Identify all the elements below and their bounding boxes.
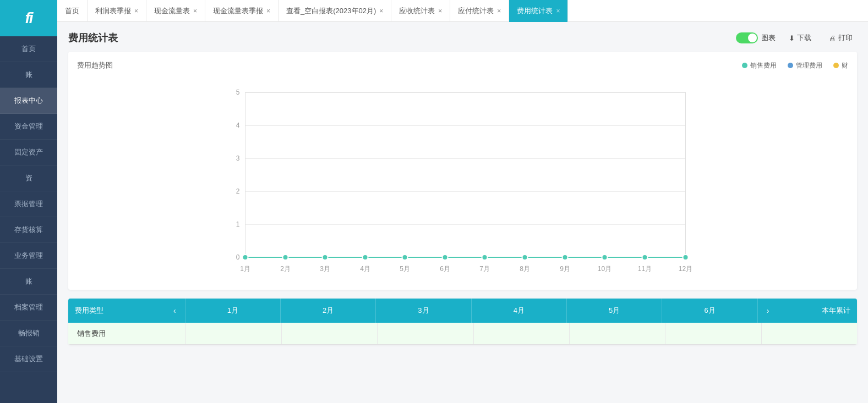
td-m4: [474, 323, 570, 344]
header-actions: 图表 ⬇ 下载 🖨 打印: [736, 31, 857, 45]
th-type-label: 费用类型: [75, 306, 103, 316]
tab-cashflow-q-label: 现金流量表季报: [213, 6, 263, 16]
svg-point-35: [642, 255, 648, 260]
sidebar-item-settings[interactable]: 基础设置: [0, 346, 57, 372]
tab-blank[interactable]: 查看_空白报表(2023年02月) ×: [279, 0, 391, 22]
tab-expense-close[interactable]: ×: [556, 7, 560, 15]
svg-point-25: [243, 255, 248, 260]
tab-blank-close[interactable]: ×: [379, 7, 383, 15]
svg-point-29: [402, 255, 408, 260]
tab-payable-close[interactable]: ×: [497, 7, 501, 15]
th-type: 费用类型 ‹: [68, 299, 185, 323]
content-area: 费用统计表 图表 ⬇ 下载 🖨 打印 费用趋势图: [57, 22, 868, 403]
legend-finance-label: 财: [842, 61, 848, 70]
page-header: 费用统计表 图表 ⬇ 下载 🖨 打印: [57, 22, 868, 52]
svg-point-32: [522, 255, 528, 260]
th-m2: 2月: [281, 299, 376, 323]
td-m6: [665, 323, 761, 344]
tab-cashflow[interactable]: 现金流量表 ×: [146, 0, 205, 22]
svg-text:3月: 3月: [320, 265, 330, 273]
download-button[interactable]: ⬇ 下载: [784, 31, 816, 45]
tab-receivable-label: 应收统计表: [399, 6, 435, 16]
chart-toggle[interactable]: [736, 32, 758, 43]
tab-profit-label: 利润表季报: [95, 6, 131, 16]
app-logo: fi: [0, 0, 57, 36]
th-m5: 5月: [567, 299, 662, 323]
tab-profit[interactable]: 利润表季报 ×: [88, 0, 146, 22]
legend-sales-dot: [742, 63, 747, 68]
svg-text:6月: 6月: [440, 265, 450, 273]
legend-mgmt-dot: [788, 63, 793, 68]
th-m2-label: 2月: [323, 306, 334, 316]
td-type: 销售费用: [68, 323, 186, 344]
tab-expense[interactable]: 费用统计表 ×: [509, 0, 568, 22]
th-m1-label: 1月: [227, 306, 238, 316]
svg-text:2: 2: [236, 187, 240, 195]
svg-point-31: [482, 255, 488, 260]
sidebar-item-report[interactable]: 报表中心: [0, 88, 57, 114]
sidebar-item-home[interactable]: 首页: [0, 36, 57, 62]
sidebar-item-business[interactable]: 业务管理: [0, 243, 57, 269]
td-m2: [282, 323, 378, 344]
sidebar-item-ledger[interactable]: 账: [0, 269, 57, 295]
td-m1: [186, 323, 282, 344]
svg-text:12月: 12月: [679, 265, 692, 273]
table-row: 销售费用: [68, 323, 857, 345]
svg-rect-6: [245, 92, 686, 257]
svg-text:8月: 8月: [520, 265, 530, 273]
svg-text:0: 0: [236, 253, 240, 261]
tab-receivable[interactable]: 应收统计表 ×: [391, 0, 450, 22]
tab-home[interactable]: 首页: [57, 0, 88, 22]
svg-text:11月: 11月: [638, 265, 652, 273]
tab-cashflow-close[interactable]: ×: [193, 7, 197, 15]
svg-text:9月: 9月: [560, 265, 570, 273]
chart-container: 费用趋势图 销售费用 管理费用 财: [68, 52, 857, 290]
print-label: 打印: [838, 33, 853, 43]
next-arrow[interactable]: ›: [765, 306, 772, 315]
legend-sales: 销售费用: [742, 61, 777, 70]
sidebar-item-fund[interactable]: 资金管理: [0, 114, 57, 140]
sidebar-item-inventory[interactable]: 存货核算: [0, 217, 57, 243]
th-m1: 1月: [185, 299, 281, 323]
svg-point-36: [683, 255, 689, 260]
sidebar-item-bills[interactable]: 票据管理: [0, 191, 57, 217]
svg-text:5月: 5月: [400, 265, 410, 273]
th-m4-label: 4月: [514, 306, 525, 316]
td-m5: [570, 323, 665, 344]
legend-mgmt-label: 管理费用: [796, 61, 822, 70]
tab-profit-close[interactable]: ×: [134, 7, 138, 15]
tab-expense-label: 费用统计表: [517, 6, 553, 16]
tab-payable[interactable]: 应付统计表 ×: [450, 0, 509, 22]
tab-payable-label: 应付统计表: [458, 6, 494, 16]
svg-point-34: [602, 255, 608, 260]
prev-arrow[interactable]: ‹: [171, 306, 178, 315]
tab-blank-label: 查看_空白报表(2023年02月): [286, 6, 376, 16]
print-icon: 🖨: [829, 34, 836, 42]
tab-cashflow-label: 现金流量表: [154, 6, 190, 16]
sidebar-item-account[interactable]: 账: [0, 62, 57, 88]
chart-svg: 5 4 3 2 1 0 1月 2月 3月 4月 5月 6月 7月 8月 9月: [77, 76, 848, 279]
th-m3: 3月: [376, 299, 471, 323]
legend-mgmt: 管理费用: [788, 61, 822, 70]
sidebar-item-assets[interactable]: 固定资产: [0, 140, 57, 165]
tab-cashflow-q[interactable]: 现金流量表季报 ×: [205, 0, 279, 22]
svg-text:7月: 7月: [479, 265, 490, 273]
svg-text:5: 5: [236, 89, 240, 96]
download-icon: ⬇: [789, 34, 795, 42]
chart-legend: 销售费用 管理费用 财: [742, 61, 848, 70]
tab-receivable-close[interactable]: ×: [438, 7, 442, 15]
svg-text:2月: 2月: [280, 265, 291, 273]
sidebar-item-archive[interactable]: 档案管理: [0, 295, 57, 321]
th-ytd: › 本年累计: [758, 299, 857, 323]
th-m5-label: 5月: [609, 306, 620, 316]
chart-svg-container: 5 4 3 2 1 0 1月 2月 3月 4月 5月 6月 7月 8月 9月: [77, 76, 848, 281]
print-button[interactable]: 🖨 打印: [825, 31, 857, 45]
th-m4: 4月: [472, 299, 567, 323]
svg-point-28: [363, 255, 368, 260]
th-m6-label: 6月: [704, 306, 715, 316]
tab-cashflow-q-close[interactable]: ×: [266, 7, 270, 15]
sidebar-item-invest[interactable]: 资: [0, 165, 57, 191]
table-header: 费用类型 ‹ 1月 2月 3月 4月 5月: [68, 299, 857, 323]
sidebar-item-expense[interactable]: 畅报销: [0, 321, 57, 346]
page-title: 费用统计表: [68, 31, 118, 45]
